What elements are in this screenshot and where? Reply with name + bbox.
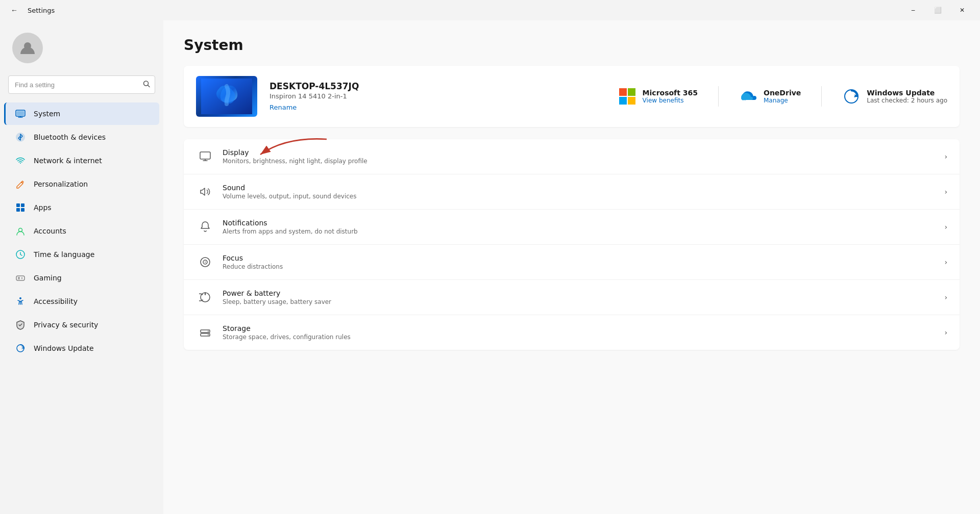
sidebar-item-bluetooth-label: Bluetooth & devices [34, 133, 106, 141]
notifications-chevron: › [944, 223, 947, 231]
svg-point-19 [21, 278, 22, 279]
focus-chevron: › [944, 258, 947, 266]
sidebar-item-apps[interactable]: Apps [4, 196, 159, 219]
svg-point-18 [21, 277, 22, 278]
focus-text: Focus Reduce distractions [223, 254, 944, 270]
sound-title: Sound [223, 184, 944, 192]
sidebar-item-accounts-label: Accounts [34, 227, 66, 235]
ms365-sub[interactable]: View benefits [643, 97, 698, 104]
sidebar-item-privacy[interactable]: Privacy & security [4, 314, 159, 336]
sidebar-item-time-label: Time & language [34, 250, 94, 259]
svg-point-20 [19, 297, 21, 299]
settings-item-display[interactable]: Display Monitors, brightness, night ligh… [184, 139, 960, 174]
sidebar-item-apps-label: Apps [34, 203, 52, 212]
settings-item-notifications[interactable]: Notifications Alerts from apps and syste… [184, 210, 960, 245]
settings-item-storage[interactable]: Storage Storage space, drives, configura… [184, 315, 960, 350]
settings-item-focus[interactable]: Focus Reduce distractions › [184, 245, 960, 280]
back-button[interactable]: ← [6, 2, 22, 18]
ms365-name: Microsoft 365 [643, 89, 698, 97]
service-onedrive[interactable]: OneDrive Manage [739, 86, 801, 107]
svg-rect-4 [17, 111, 24, 115]
onedrive-name: OneDrive [764, 89, 801, 97]
title-bar: ← Settings – ⬜ ✕ [0, 0, 980, 20]
power-icon [196, 288, 214, 306]
power-desc: Sleep, battery usage, battery saver [223, 298, 944, 305]
sidebar-item-network-label: Network & internet [34, 157, 102, 165]
network-icon [14, 155, 27, 167]
search-input[interactable] [8, 75, 155, 94]
sidebar-item-accessibility-label: Accessibility [34, 297, 78, 305]
settings-item-sound[interactable]: Sound Volume levels, output, input, soun… [184, 174, 960, 210]
sidebar-item-gaming-label: Gaming [34, 274, 62, 282]
svg-point-33 [205, 262, 206, 263]
svg-rect-28 [200, 152, 210, 159]
divider-2 [821, 86, 822, 107]
winupdate-text: Windows Update Last checked: 2 hours ago [867, 89, 947, 104]
settings-list-wrapper: Display Monitors, brightness, night ligh… [184, 139, 960, 350]
svg-rect-23 [628, 88, 635, 96]
bluetooth-icon [14, 131, 27, 143]
onedrive-sub[interactable]: Manage [764, 97, 801, 104]
svg-point-39 [208, 335, 209, 336]
divider-1 [718, 86, 719, 107]
display-text: Display Monitors, brightness, night ligh… [223, 148, 944, 165]
storage-chevron: › [944, 328, 947, 337]
winupdate-nav-icon [14, 342, 27, 354]
window-controls: – ⬜ ✕ [901, 2, 974, 18]
sidebar-item-personalization[interactable]: Personalization [4, 173, 159, 195]
rename-link[interactable]: Rename [270, 104, 297, 111]
power-chevron: › [944, 293, 947, 301]
user-avatar-section[interactable] [0, 29, 163, 75]
sound-desc: Volume levels, output, input, sound devi… [223, 193, 944, 200]
privacy-icon [14, 319, 27, 331]
ms365-icon [618, 87, 636, 106]
sidebar-item-accounts[interactable]: Accounts [4, 220, 159, 242]
sidebar-item-network[interactable]: Network & internet [4, 149, 159, 172]
service-ms365[interactable]: Microsoft 365 View benefits [618, 86, 698, 107]
svg-rect-22 [619, 88, 627, 96]
winupdate-service-name: Windows Update [867, 89, 947, 97]
display-chevron: › [944, 152, 947, 161]
svg-rect-9 [21, 203, 24, 207]
power-text: Power & battery Sleep, battery usage, ba… [223, 289, 944, 305]
svg-rect-11 [21, 208, 24, 212]
sidebar-item-accessibility[interactable]: Accessibility [4, 290, 159, 313]
storage-title: Storage [223, 324, 944, 332]
storage-desc: Storage space, drives, configuration rul… [223, 333, 944, 341]
sidebar-item-bluetooth[interactable]: Bluetooth & devices [4, 126, 159, 148]
sidebar-item-winupdate[interactable]: Windows Update [4, 337, 159, 359]
notifications-title: Notifications [223, 219, 944, 227]
focus-desc: Reduce distractions [223, 263, 944, 270]
accessibility-icon [14, 295, 27, 307]
search-box[interactable] [8, 75, 155, 94]
settings-item-power[interactable]: Power & battery Sleep, battery usage, ba… [184, 280, 960, 315]
svg-rect-10 [16, 208, 20, 212]
focus-title: Focus [223, 254, 944, 262]
sidebar-item-system[interactable]: System [4, 102, 159, 125]
notifications-text: Notifications Alerts from apps and syste… [223, 219, 944, 235]
personalization-icon [14, 178, 27, 190]
focus-icon [196, 253, 214, 271]
svg-point-38 [208, 331, 209, 332]
accounts-icon [14, 225, 27, 237]
minimize-button[interactable]: – [901, 2, 925, 18]
device-name: DESKTOP-4L537JQ [270, 81, 606, 91]
maximize-button[interactable]: ⬜ [926, 2, 949, 18]
sidebar-item-time[interactable]: Time & language [4, 243, 159, 266]
close-button[interactable]: ✕ [950, 2, 974, 18]
winupdate-service-icon [842, 87, 861, 106]
gaming-icon [14, 272, 27, 284]
device-card: DESKTOP-4L537JQ Inspiron 14 5410 2-in-1 … [184, 66, 960, 127]
sound-chevron: › [944, 188, 947, 196]
sidebar-item-system-label: System [34, 110, 60, 118]
svg-rect-25 [628, 97, 635, 105]
main-content: System [163, 20, 980, 514]
page-title: System [184, 37, 960, 54]
sidebar-item-gaming[interactable]: Gaming [4, 267, 159, 289]
sound-icon [196, 183, 214, 201]
display-icon [196, 147, 214, 166]
onedrive-icon [739, 87, 757, 106]
device-services: Microsoft 365 View benefits O [618, 86, 947, 107]
winupdate-service-sub: Last checked: 2 hours ago [867, 97, 947, 104]
service-winupdate[interactable]: Windows Update Last checked: 2 hours ago [842, 86, 947, 107]
